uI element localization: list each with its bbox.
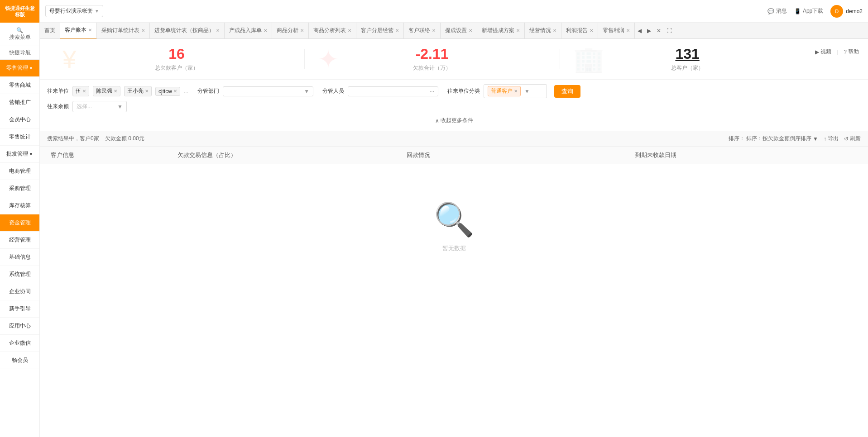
close-icon[interactable]: ✕ [516,28,520,33]
filter-select-balance[interactable]: 选择... ▼ [72,101,127,112]
close-icon[interactable]: ✕ [88,28,92,33]
tab-operation[interactable]: 经营情况 ✕ [525,23,561,39]
tabs-nav-right[interactable]: ▶ [644,28,654,34]
sidebar-item-enterprise[interactable]: 企业协同 [0,283,39,300]
remove-tag-unit2[interactable]: ✕ [114,89,117,94]
close-icon[interactable]: ✕ [300,28,304,33]
stat-block-total: 🏢 131 总客户（家） [560,46,815,71]
close-icon[interactable]: ✕ [590,28,593,33]
filter-more-tags[interactable]: ... [184,88,188,95]
result-bar: 搜索结果中，客户0家 欠款金额 0.00元 排序： 排序：按欠款金额倒序排序 ▼… [40,131,868,147]
close-icon[interactable]: ✕ [348,28,351,33]
refresh-icon: ↺ [844,136,849,142]
sidebar-quick-nav[interactable]: 快捷导航 [0,46,39,60]
tab-new-raise[interactable]: 新增提成方案 ✕ [477,23,525,39]
video-icon: ▶ [815,49,819,55]
logo-text: 畅捷通好生意 标版 [5,5,35,18]
user-menu[interactable]: D demo2 [830,5,863,18]
sidebar-item-marketing[interactable]: 营销推广 [0,94,39,111]
account-selector[interactable]: 母婴行业演示帐套 ▼ [45,5,103,17]
close-icon[interactable]: ✕ [469,28,472,33]
sidebar-item-purchase[interactable]: 采购管理 [0,180,39,197]
sidebar: 畅捷通好生意 标版 🔍 搜索菜单 快捷导航 零售管理 ▼ 零售商城 营销推广 会… [0,0,40,437]
close-icon[interactable]: ✕ [432,28,436,33]
sidebar-item-operation[interactable]: 经营管理 [0,232,39,249]
stat3-label: 总客户（家） [671,64,704,72]
tab-production-inbound[interactable]: 产成品入库单 ✕ [225,23,272,39]
sidebar-item-retail-stats[interactable]: 零售统计 [0,128,39,146]
video-button[interactable]: ▶ 视频 [815,48,831,56]
filter-select-dept[interactable]: ▼ [223,86,313,96]
sidebar-item-app-center[interactable]: 应用中心 [0,318,39,335]
empty-state: 🔍 暂无数据 [40,164,868,289]
sidebar-item-finance[interactable]: 资金管理 [0,214,39,232]
tab-home[interactable]: 首页 [40,23,60,39]
sidebar-item-basic[interactable]: 基础信息 [0,249,39,266]
sidebar-item-retail-mgmt[interactable]: 零售管理 ▼ [0,60,39,77]
balance-placeholder: 选择... [77,103,115,110]
sidebar-item-ecommerce[interactable]: 电商管理 [0,163,39,180]
sidebar-search[interactable]: 🔍 搜索菜单 [0,23,39,46]
export-button[interactable]: ↑ 导出 [824,135,839,142]
app-download-button[interactable]: 📱 App下载 [794,7,823,15]
filter-select-category[interactable]: 普通客户 ✕ ▼ [484,84,547,98]
sidebar-item-vip[interactable]: 畅会员 [0,352,39,369]
sidebar-logo: 畅捷通好生意 标版 [0,0,39,23]
close-icon[interactable]: ✕ [626,28,630,33]
tab-customer-account[interactable]: 客户账本 ✕ [60,23,97,39]
sort-select[interactable]: 排序： 排序：按欠款金额倒序排序 ▼ [729,135,818,142]
remove-tag-unit4[interactable]: ✕ [173,89,177,94]
tab-customer-tier[interactable]: 客户分层经营 ✕ [356,23,404,39]
main-area: 母婴行业演示帐套 ▼ 💬 消息 📱 App下载 D demo2 首页 客户账本 … [40,0,868,437]
help-button[interactable]: ? 帮助 [844,48,859,56]
tab-raise-setting[interactable]: 提成设置 ✕ [441,23,477,39]
close-icon[interactable]: ✕ [141,28,145,33]
collapse-button[interactable]: ∧ 收起更多条件 [47,115,861,126]
sidebar-item-system[interactable]: 系统管理 [0,266,39,283]
filter-tag-unit-2: 陈民强 ✕ [93,86,120,96]
tab-retail-profit[interactable]: 零售利润 ✕ [598,23,635,39]
close-icon[interactable]: ✕ [264,28,267,33]
remove-tag-unit1[interactable]: ✕ [82,89,86,94]
tabs-nav-left[interactable]: ◀ [635,28,644,34]
messages-button[interactable]: 💬 消息 [767,7,787,15]
help-icon: ? [844,49,847,55]
sidebar-item-retail-mall[interactable]: 零售商城 [0,77,39,94]
sidebar-item-wechat[interactable]: 企业微信 [0,335,39,352]
tabs-close-all[interactable]: ✕ [654,28,664,34]
remove-tag-unit3[interactable]: ✕ [145,89,149,94]
message-icon: 💬 [767,8,774,14]
stats-row: ¥ 16 总欠款客户（家） ✦ -2.11 欠款合计（万） 🏢 131 总客户（… [40,39,868,80]
filter-label-person: 分管人员 [322,87,344,95]
content-area: ¥ 16 总欠款客户（家） ✦ -2.11 欠款合计（万） 🏢 131 总客户（… [40,39,868,437]
tab-purchase-order-stat[interactable]: 采购订单统计表 ✕ [97,23,150,39]
sidebar-item-member[interactable]: 会员中心 [0,111,39,128]
empty-icon: 🔍 [434,200,475,239]
filter-select-person[interactable]: ··· [348,86,438,96]
tab-product-analysis-list[interactable]: 商品分析列表 ✕ [309,23,356,39]
filter-label-unit: 往来单位 [47,87,69,95]
tab-purchase-inbound-stat[interactable]: 进货单统计表（按商品） ✕ [150,23,225,39]
tab-profit-report[interactable]: 利润报告 ✕ [561,23,598,39]
tab-product-analysis[interactable]: 商品分析 ✕ [272,23,309,39]
tabs-bar: 首页 客户账本 ✕ 采购订单统计表 ✕ 进货单统计表（按商品） ✕ 产成品入库单… [40,23,868,39]
sidebar-item-wholesale-mgmt[interactable]: 批发管理 ▼ [0,146,39,163]
close-icon[interactable]: ✕ [216,28,220,33]
export-icon: ↑ [824,136,826,142]
filter-tag-category: 普通客户 ✕ [488,86,521,96]
sidebar-item-guide[interactable]: 新手引导 [0,300,39,318]
filter-row-unit: 往来单位 伍 ✕ 陈民强 ✕ 王小亮 ✕ cjttcw ✕ ... [47,84,861,98]
stat2-number: -2.11 [416,46,449,62]
close-icon[interactable]: ✕ [553,28,556,33]
remove-category-tag[interactable]: ✕ [514,89,518,94]
chevron-down-icon: ▼ [304,88,309,95]
tabs-maximize[interactable]: ⛶ [664,28,675,34]
close-icon[interactable]: ✕ [395,28,399,33]
filter-area: 往来单位 伍 ✕ 陈民强 ✕ 王小亮 ✕ cjttcw ✕ ... [40,80,868,131]
refresh-button[interactable]: ↺ 刷新 [844,135,861,142]
sidebar-item-inventory[interactable]: 库存核算 [0,197,39,214]
tab-customer-contact[interactable]: 客户联络 ✕ [404,23,441,39]
stat1-label: 总欠款客户（家） [155,64,198,72]
topbar: 母婴行业演示帐套 ▼ 💬 消息 📱 App下载 D demo2 [40,0,868,23]
query-button[interactable]: 查询 [554,85,580,98]
